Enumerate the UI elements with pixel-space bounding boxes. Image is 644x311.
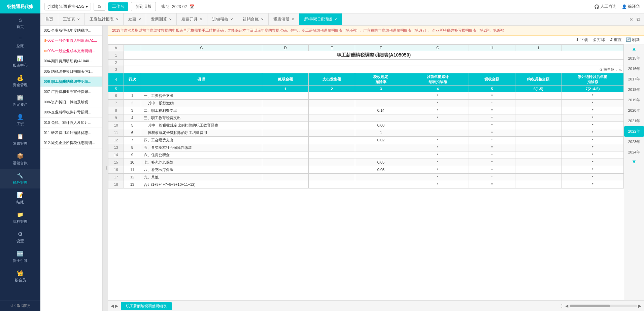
tab-close-all-btn[interactable]: ✕: [628, 16, 635, 23]
tab-sales-check[interactable]: 进销稽核✕: [207, 13, 238, 26]
year-2016[interactable]: 2016年: [624, 64, 644, 74]
table-row[interactable]: 8 3 二、职工福利费支出 0.14 * * *: [108, 107, 624, 114]
table-row[interactable]: 18 13 合计(1+3+4+7+8+9+10+11+12) * * *: [108, 181, 624, 188]
row-num-1: 1: [108, 51, 124, 59]
list-item-009[interactable]: 009-企业所得税弥补亏损明...: [40, 107, 102, 117]
sidebar-item-finance[interactable]: 💰 资金管理: [0, 71, 40, 91]
table-row[interactable]: 16 11 八、补充医疗保险 0.05 * * *: [108, 166, 624, 173]
scroll-right-btn[interactable]: ▶: [638, 304, 641, 308]
sidebar-item-payroll[interactable]: 👤 工资: [0, 110, 40, 130]
workspace-btn[interactable]: 工作台: [108, 2, 128, 11]
sidebar-item-vip[interactable]: 👑 畅会员: [0, 267, 40, 286]
list-item-008[interactable]: 008-资产折旧、摊销及纳税...: [40, 97, 102, 107]
sidebar-item-archive[interactable]: 📁 归档管理: [0, 208, 40, 228]
list-item-010[interactable]: 010-免税、减计收入及加计...: [40, 118, 102, 128]
bottom-tab-main[interactable]: 职工薪酬纳税调整明细表: [121, 302, 172, 310]
year-2018[interactable]: 2018年: [624, 84, 644, 95]
service-btn[interactable]: 🎧 人工咨询: [594, 4, 616, 9]
list-item-012[interactable]: 012-减免企业所得税优惠明细...: [40, 138, 102, 148]
sidebar-item-home[interactable]: ⌂ 首页: [0, 13, 40, 33]
sidebar-item-assets[interactable]: 🏢 固定资产: [0, 91, 40, 110]
table-row[interactable]: 15 10 七、补充养老保险 0.05 * * *: [108, 159, 624, 166]
user-avatar[interactable]: 👤 徐泽华: [622, 4, 640, 9]
year-2022[interactable]: 2022年: [624, 126, 644, 137]
switch-btn[interactable]: 切到旧版: [131, 2, 156, 11]
year-2015[interactable]: 2015年: [624, 53, 644, 64]
year-2023[interactable]: 2023年: [624, 137, 644, 147]
tab-close[interactable]: ✕: [138, 18, 141, 21]
year-2021[interactable]: 2021年: [624, 116, 644, 126]
year-2019[interactable]: 2019年: [624, 95, 644, 105]
cell-c3[interactable]: [355, 92, 407, 99]
copy-btn[interactable]: ⧉: [94, 3, 105, 11]
sidebar-item-settings[interactable]: ⚙ 设置: [0, 228, 40, 247]
tab-maximize-btn[interactable]: ⧉: [635, 16, 641, 23]
year-2024[interactable]: 2024年: [624, 147, 644, 158]
cell-c7[interactable]: *: [562, 92, 623, 99]
cell-c4[interactable]: *: [407, 92, 469, 99]
list-item-003[interactable]: ⊗003-一般企业成本支出明细...: [40, 46, 102, 56]
reset-btn[interactable]: ↺ 重置: [609, 37, 622, 43]
list-item-004[interactable]: 004-期间费用明细表(A1040...: [40, 56, 102, 66]
tab-close[interactable]: ✕: [334, 18, 337, 21]
list-item-001[interactable]: 001-企业所得税年度纳税申...: [40, 26, 102, 36]
year-down-btn[interactable]: ▼: [624, 158, 644, 166]
table-row[interactable]: 6 1 一、工资薪金支出 * * *: [108, 92, 624, 99]
year-up-btn[interactable]: ▲: [624, 44, 644, 53]
sidebar-item-invoice[interactable]: 📋 发票管理: [0, 130, 40, 149]
year-2017[interactable]: 2017年: [624, 74, 644, 84]
cell-c1[interactable]: [262, 92, 309, 99]
refresh-btn[interactable]: 🔄 刷新: [626, 37, 640, 43]
tab-invoice[interactable]: 发票✕: [124, 13, 146, 26]
download-btn[interactable]: ⬇ 下载: [576, 37, 588, 43]
tab-invoice-issue[interactable]: 发票开具✕: [177, 13, 207, 26]
tab-sales-ledger[interactable]: 进销台账✕: [238, 13, 269, 26]
tab-home[interactable]: 首页: [40, 13, 58, 26]
table-row[interactable]: 7 2 其中：股权激励 * * *: [108, 99, 624, 107]
col-7: 累计结转以后年度扣除额: [562, 73, 623, 85]
sheet-next-btn[interactable]: ▶: [115, 304, 118, 308]
tab-close[interactable]: ✕: [116, 18, 118, 21]
list-item-005[interactable]: 005-纳税调整项目明细表(A1...: [40, 67, 102, 77]
cell-c5[interactable]: *: [469, 92, 515, 99]
company-selector[interactable]: (勾划) 江西睿宝-LSS ▾: [44, 3, 91, 10]
cell-c2[interactable]: [309, 92, 355, 99]
cell-c6[interactable]: [515, 92, 562, 99]
sidebar-item-tax[interactable]: 🔧 税务管理: [0, 169, 40, 188]
year-2020[interactable]: 2020年: [624, 105, 644, 116]
print-btn[interactable]: 🖨 打印: [592, 37, 605, 43]
scroll-left-btn[interactable]: ◀: [565, 304, 568, 308]
tab-invoice-calc[interactable]: 发票测算✕: [146, 13, 177, 26]
list-item-006[interactable]: 006-职工薪酬纳税调整明细...: [40, 77, 102, 87]
tab-close[interactable]: ✕: [261, 18, 264, 21]
tab-close[interactable]: ✕: [169, 18, 172, 21]
table-row[interactable]: 17 12 九、其他 * * *: [108, 173, 624, 181]
tab-close[interactable]: ✕: [200, 18, 202, 21]
tab-payroll-report[interactable]: 工资统计报表✕: [85, 13, 124, 26]
tab-income-tax[interactable]: 所得税汇算清缴✕: [299, 13, 342, 26]
sidebar-item-guide[interactable]: 🆕 新手引导: [0, 247, 40, 267]
collapse-panel[interactable]: 《: [103, 26, 108, 311]
sidebar-item-sales[interactable]: 📦 进销台账: [0, 149, 40, 169]
ledger-icon: ≡: [19, 36, 22, 42]
tab-close[interactable]: ✕: [292, 18, 294, 21]
sidebar-item-closing[interactable]: 📝 结账: [0, 188, 40, 208]
tab-tax-table[interactable]: 税表清册✕: [269, 13, 299, 26]
sheet-prev-btn[interactable]: ◀: [111, 304, 114, 308]
sidebar-item-ledger[interactable]: ≡ 总账: [0, 33, 40, 52]
cancel-fixed-btn[interactable]: ◁◁ 取消固定: [0, 301, 40, 311]
tab-close[interactable]: ✕: [230, 18, 233, 21]
table-row[interactable]: 14 9 六、住房公积金 * * *: [108, 151, 624, 159]
table-row[interactable]: 10 5 其中：按税收规定比例扣除的职工教育经费 0.08 * *: [108, 122, 624, 129]
sidebar-item-reports[interactable]: 📊 报表中心: [0, 52, 40, 71]
table-row[interactable]: 12 7 四、工会经费支出 0.02 * * *: [108, 136, 624, 144]
list-item-002[interactable]: ⊗002-一般企业收入明细表(A1...: [40, 36, 102, 46]
table-row[interactable]: 11 6 按税收规定全额扣除的职工培训费用 1 * *: [108, 129, 624, 136]
list-item-011[interactable]: 011-研发费用加计扣除优惠...: [40, 128, 102, 138]
table-row[interactable]: 9 4 三、职工教育经费支出 * * *: [108, 114, 624, 122]
tab-close[interactable]: ✕: [77, 18, 80, 21]
tab-payroll[interactable]: 工资表✕: [58, 13, 85, 26]
table-row[interactable]: 13 8 五、各类基本社会保障性缴款 * * *: [108, 144, 624, 151]
list-item-007[interactable]: 007-广告费和业务宣传费摊...: [40, 87, 102, 97]
table-area[interactable]: A C D E F G H I: [108, 44, 624, 301]
